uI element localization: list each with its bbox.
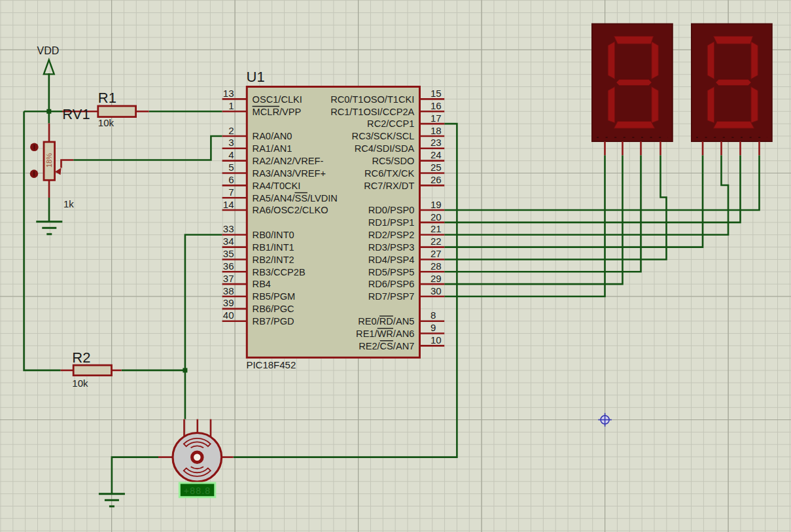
svg-text:RA6/OSC2/CLKO: RA6/OSC2/CLKO [253,205,328,215]
svg-text:RV1: RV1 [62,106,90,122]
svg-text:RB1/INT1: RB1/INT1 [253,242,294,253]
svg-text:1: 1 [228,100,234,111]
svg-text:13: 13 [223,88,234,99]
svg-text:20: 20 [431,211,442,222]
svg-text:6: 6 [228,174,234,185]
svg-text:RB3/CCP2B: RB3/CCP2B [253,267,306,277]
svg-text:8: 8 [431,310,436,321]
svg-text:RD5/PSP5: RD5/PSP5 [368,267,415,277]
svg-text:RD0/PSP0: RD0/PSP0 [368,205,415,215]
svg-text:RA1/AN1: RA1/AN1 [253,143,292,154]
svg-text:29: 29 [431,273,442,284]
svg-text:RD1/PSP1: RD1/PSP1 [368,217,415,228]
svg-text:18%: 18% [45,153,53,168]
svg-text:33: 33 [223,223,234,234]
svg-text:RC7/RX/DT: RC7/RX/DT [364,181,414,191]
svg-text:VDD: VDD [37,45,60,56]
svg-text:RB5/PGM: RB5/PGM [253,291,296,302]
svg-text:27: 27 [431,248,442,259]
svg-text:7: 7 [228,186,234,198]
svg-text:RB7/PGD: RB7/PGD [253,316,294,327]
svg-text:+88.8: +88.8 [184,486,211,496]
svg-text:RE2/CS/AN7: RE2/CS/AN7 [359,341,414,351]
svg-text:R2: R2 [72,349,90,366]
svg-text:40: 40 [223,310,234,321]
svg-text:18: 18 [431,125,442,136]
svg-text:RC5/SDO: RC5/SDO [372,156,414,166]
svg-text:RC2/CCP1: RC2/CCP1 [367,118,414,129]
svg-text:RD7/PSP7: RD7/PSP7 [368,291,415,302]
svg-text:23: 23 [431,137,442,148]
svg-text:R1: R1 [98,90,116,106]
svg-text:10k: 10k [72,378,88,389]
svg-text:14: 14 [223,199,234,210]
svg-text:PIC18F452: PIC18F452 [246,359,296,370]
svg-text:RB0/INT0: RB0/INT0 [253,230,294,240]
svg-text:37: 37 [223,273,234,284]
svg-text:RA5/AN4/SS/LVDIN: RA5/AN4/SS/LVDIN [253,193,338,204]
svg-text:5: 5 [228,162,234,173]
svg-text:RA3/AN3/VREF+: RA3/AN3/VREF+ [253,168,326,179]
svg-text:10: 10 [431,334,442,346]
svg-text:30: 30 [431,285,442,296]
svg-text:17: 17 [431,113,442,124]
svg-text:RD4/PSP4: RD4/PSP4 [368,255,415,265]
svg-text:26: 26 [431,174,442,185]
svg-text:RC3/SCK/SCL: RC3/SCK/SCL [352,131,415,141]
svg-text:36: 36 [223,260,234,272]
svg-text:RB4: RB4 [253,279,271,289]
svg-text:RA4/T0CKI: RA4/T0CKI [253,181,301,191]
svg-text:34: 34 [223,236,234,247]
svg-text:38: 38 [223,285,234,296]
svg-text:RC4/SDI/SDA: RC4/SDI/SDA [355,143,415,154]
svg-text:35: 35 [223,248,234,259]
svg-text:10k: 10k [98,117,114,128]
svg-text:21: 21 [431,223,442,234]
svg-text:16: 16 [431,100,442,111]
svg-text:MCLR/VPP: MCLR/VPP [253,107,302,117]
svg-text:28: 28 [431,260,442,272]
svg-text:3: 3 [228,137,234,148]
svg-text:RE1/WR/AN6: RE1/WR/AN6 [356,328,414,339]
svg-text:RB6/PGC: RB6/PGC [253,304,294,314]
svg-text:RB2/INT2: RB2/INT2 [253,255,294,265]
svg-text:9: 9 [431,322,436,333]
svg-text:U1: U1 [247,69,265,85]
svg-text:22: 22 [431,236,442,247]
svg-text:RD3/PSP3: RD3/PSP3 [368,242,415,253]
svg-text:RE0/RD/AN5: RE0/RD/AN5 [358,316,414,327]
svg-text:19: 19 [431,199,442,210]
svg-text:RC0/T1OSO/T1CKI: RC0/T1OSO/T1CKI [330,94,414,105]
svg-text:25: 25 [431,162,442,173]
svg-text:1k: 1k [63,198,74,209]
svg-text:15: 15 [431,88,442,99]
svg-text:OSC1/CLKI: OSC1/CLKI [253,94,302,105]
svg-text:RA2/AN2/VREF-: RA2/AN2/VREF- [253,156,324,166]
svg-text:RC1/T1OSI/CCP2A: RC1/T1OSI/CCP2A [330,107,414,117]
svg-text:RC6/TX/CK: RC6/TX/CK [364,168,414,179]
svg-text:2: 2 [228,125,234,136]
svg-text:39: 39 [223,297,234,308]
svg-text:RD6/PSP6: RD6/PSP6 [368,279,415,289]
svg-text:4: 4 [228,149,234,160]
svg-text:24: 24 [431,149,442,160]
svg-text:RA0/AN0: RA0/AN0 [253,131,292,141]
svg-text:RD2/PSP2: RD2/PSP2 [368,230,415,240]
